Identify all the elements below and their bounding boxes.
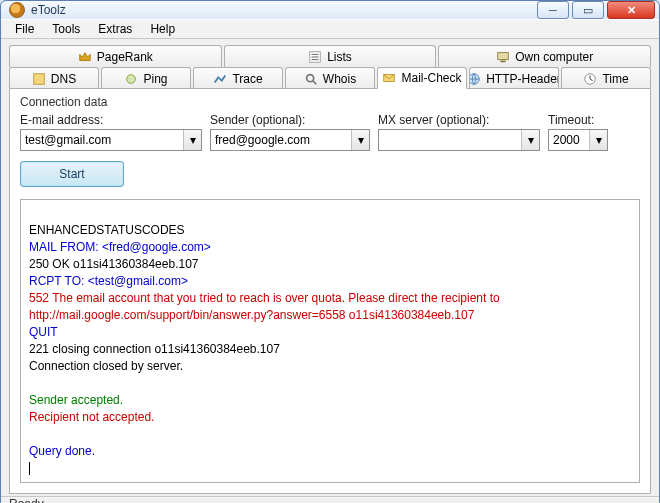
output-line: Sender accepted. bbox=[29, 393, 123, 407]
svg-point-7 bbox=[127, 74, 136, 83]
dns-icon bbox=[32, 72, 46, 86]
client-area: PageRank Lists Own computer DNS Ping bbox=[1, 39, 659, 496]
output-line: 221 closing connection o11si41360384eeb.… bbox=[29, 342, 280, 356]
svg-line-9 bbox=[313, 80, 317, 84]
trace-icon bbox=[213, 72, 227, 86]
app-icon bbox=[9, 2, 25, 18]
close-button[interactable]: ✕ bbox=[607, 1, 655, 19]
svg-rect-4 bbox=[498, 52, 509, 59]
tab-trace[interactable]: Trace bbox=[193, 67, 283, 89]
minimize-button[interactable]: ─ bbox=[537, 1, 569, 19]
tab-dns[interactable]: DNS bbox=[9, 67, 99, 89]
tab-mail-check[interactable]: Mail-Check bbox=[377, 67, 467, 89]
tab-label: Lists bbox=[327, 50, 352, 64]
output-line: 552 The email account that you tried to … bbox=[29, 291, 500, 305]
http-icon bbox=[469, 72, 481, 86]
status-text: Ready. bbox=[9, 497, 46, 503]
ping-icon bbox=[124, 72, 138, 86]
tab-http-header[interactable]: HTTP-Header bbox=[469, 67, 559, 89]
tab-label: PageRank bbox=[97, 50, 153, 64]
statusbar: Ready. bbox=[1, 496, 659, 503]
computer-icon bbox=[496, 50, 510, 64]
output-line: Query done. bbox=[29, 444, 95, 458]
tab-label: Whois bbox=[323, 72, 356, 86]
output-line: 250 OK o11si41360384eeb.107 bbox=[29, 257, 198, 271]
text-cursor bbox=[29, 462, 30, 475]
email-value: test@gmail.com bbox=[21, 133, 183, 147]
timeout-input[interactable]: 2000 ▾ bbox=[548, 129, 608, 151]
connection-fields: E-mail address: test@gmail.com ▾ Sender … bbox=[20, 113, 640, 151]
whois-icon bbox=[304, 72, 318, 86]
output-line: http://mail.google.com/support/bin/answe… bbox=[29, 308, 474, 322]
output-line: QUIT bbox=[29, 325, 58, 339]
crown-icon bbox=[78, 50, 92, 64]
mail-check-panel: Connection data E-mail address: test@gma… bbox=[9, 88, 651, 494]
tab-label: Own computer bbox=[515, 50, 593, 64]
tab-time[interactable]: Time bbox=[561, 67, 651, 89]
menubar: File Tools Extras Help bbox=[1, 19, 659, 39]
chevron-down-icon[interactable]: ▾ bbox=[351, 130, 369, 150]
tabs-row-bottom: DNS Ping Trace Whois Mail-Check HTTP-Hea… bbox=[9, 67, 651, 89]
tab-label: HTTP-Header bbox=[486, 72, 559, 86]
tab-label: Mail-Check bbox=[401, 71, 461, 85]
tab-label: Trace bbox=[232, 72, 262, 86]
mail-icon bbox=[382, 71, 396, 85]
list-icon bbox=[308, 50, 322, 64]
mx-label: MX server (optional): bbox=[378, 113, 540, 127]
output-line: RCPT TO: <test@gmail.com> bbox=[29, 274, 188, 288]
maximize-button[interactable]: ▭ bbox=[572, 1, 604, 19]
output-line: MAIL FROM: <fred@google.com> bbox=[29, 240, 211, 254]
output-textarea[interactable]: ENHANCEDSTATUSCODES MAIL FROM: <fred@goo… bbox=[20, 199, 640, 483]
tab-label: DNS bbox=[51, 72, 76, 86]
tab-pagerank[interactable]: PageRank bbox=[9, 45, 222, 67]
start-button[interactable]: Start bbox=[20, 161, 124, 187]
menu-file[interactable]: File bbox=[7, 20, 42, 38]
tab-ping[interactable]: Ping bbox=[101, 67, 191, 89]
window-title: eToolz bbox=[31, 3, 534, 17]
tab-lists[interactable]: Lists bbox=[224, 45, 437, 67]
start-label: Start bbox=[59, 167, 84, 181]
connection-data-label: Connection data bbox=[20, 95, 640, 109]
chevron-down-icon[interactable]: ▾ bbox=[589, 130, 607, 150]
output-line: Recipient not accepted. bbox=[29, 410, 154, 424]
titlebar[interactable]: eToolz ─ ▭ ✕ bbox=[1, 1, 659, 19]
svg-point-8 bbox=[306, 74, 313, 81]
email-label: E-mail address: bbox=[20, 113, 202, 127]
menu-tools[interactable]: Tools bbox=[44, 20, 88, 38]
menu-help[interactable]: Help bbox=[142, 20, 183, 38]
sender-input[interactable]: fred@google.com ▾ bbox=[210, 129, 370, 151]
svg-rect-6 bbox=[34, 73, 45, 84]
email-input[interactable]: test@gmail.com ▾ bbox=[20, 129, 202, 151]
sender-label: Sender (optional): bbox=[210, 113, 370, 127]
tabs-row-top: PageRank Lists Own computer bbox=[9, 45, 651, 67]
chevron-down-icon[interactable]: ▾ bbox=[183, 130, 201, 150]
menu-extras[interactable]: Extras bbox=[90, 20, 140, 38]
timeout-value: 2000 bbox=[549, 133, 589, 147]
app-window: eToolz ─ ▭ ✕ File Tools Extras Help Page… bbox=[0, 0, 660, 503]
output-line: Connection closed by server. bbox=[29, 359, 183, 373]
clock-icon bbox=[583, 72, 597, 86]
mx-input[interactable]: ▾ bbox=[378, 129, 540, 151]
tab-whois[interactable]: Whois bbox=[285, 67, 375, 89]
output-line: ENHANCEDSTATUSCODES bbox=[29, 223, 185, 237]
tab-label: Time bbox=[602, 72, 628, 86]
sender-value: fred@google.com bbox=[211, 133, 351, 147]
svg-rect-5 bbox=[501, 60, 506, 62]
timeout-label: Timeout: bbox=[548, 113, 608, 127]
chevron-down-icon[interactable]: ▾ bbox=[521, 130, 539, 150]
tab-label: Ping bbox=[143, 72, 167, 86]
tab-own-computer[interactable]: Own computer bbox=[438, 45, 651, 67]
